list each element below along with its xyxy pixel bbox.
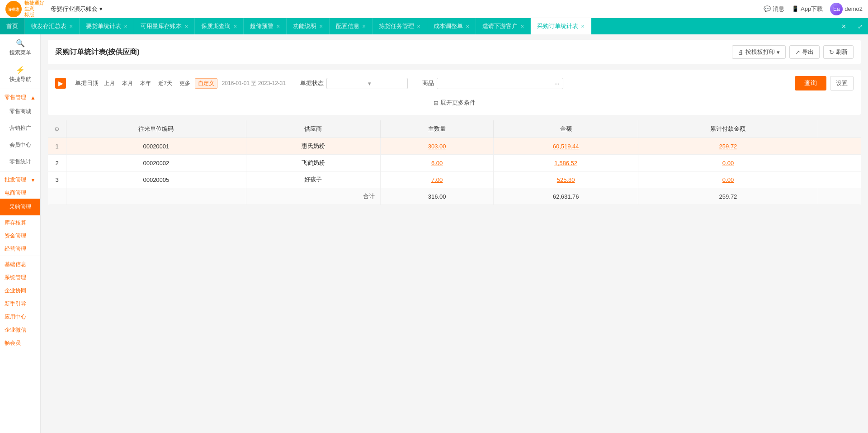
logo-text: 畅捷通好生意 标版 [24, 0, 46, 18]
sidebar-section-enterprise-wechat[interactable]: 企业微信 [0, 323, 40, 336]
cell-index: 2 [48, 155, 66, 171]
goods-input[interactable]: ··· [437, 78, 563, 89]
sidebar-section-app-center[interactable]: 应用中心 [0, 309, 40, 323]
quantity-link[interactable]: 7.00 [431, 176, 443, 183]
sidebar-section-finance[interactable]: 资金管理 [0, 228, 40, 242]
tab-cost-adjust[interactable]: 成本调整单 ✕ [427, 18, 476, 34]
cell-amount: 60,519.44 [494, 138, 638, 155]
main-content: 采购订单统计表(按供应商) 🖨 按模板打印 ▾ ↗ 导出 ↻ 刷新 [41, 34, 868, 433]
sidebar-section-ops[interactable]: 经营管理 [0, 242, 40, 255]
page-container: 采购订单统计表(按供应商) 🖨 按模板打印 ▾ ↗ 导出 ↻ 刷新 [41, 34, 868, 210]
cell-quantity: 7.00 [381, 171, 494, 188]
close-window-btn[interactable]: ✕ [835, 18, 852, 34]
tab-available-stock[interactable]: 可用量库存账本 ✕ [134, 18, 195, 34]
shortcut-more[interactable]: 更多 [177, 79, 193, 88]
close-icon[interactable]: ✕ [417, 24, 420, 29]
tab-collect-pay[interactable]: 收发存汇总表 ✕ [25, 18, 80, 34]
tab-purchase-stat[interactable]: 采购订单统计表 ✕ [531, 18, 591, 34]
close-icon[interactable]: ✕ [362, 24, 366, 29]
sidebar-item-quick-nav[interactable]: ⚡ 快捷导航 [0, 61, 40, 88]
app-download-btn[interactable]: 📱 App下载 [792, 5, 823, 13]
quantity-link[interactable]: 303.00 [428, 143, 446, 150]
amount-link[interactable]: 1,586.52 [554, 160, 577, 167]
sidebar-section-newbie[interactable]: 新手引导 [0, 296, 40, 309]
tab-expiry-query[interactable]: 保质期查询 ✕ [195, 18, 244, 34]
sidebar-item-retail-store[interactable]: 零售商城 [0, 103, 40, 120]
cell-index: 1 [48, 138, 66, 155]
sidebar-section-system[interactable]: 系统管理 [0, 270, 40, 283]
th-settings: ⚙ [48, 120, 66, 138]
tab-overstock[interactable]: 超储预警 ✕ [244, 18, 287, 34]
shortcut-last-month[interactable]: 上月 [101, 79, 118, 88]
filter-date-group: 单据日期 上月 本月 本年 近7天 更多 自定义 2016-01-01 至 [75, 78, 286, 89]
amount-link[interactable]: 525.80 [557, 176, 575, 183]
close-icon[interactable]: ✕ [69, 24, 73, 29]
shortcut-custom[interactable]: 自定义 [195, 78, 217, 89]
expand-more-btn[interactable]: ⊞ 展开更多条件 [430, 97, 479, 109]
cell-extra [818, 171, 861, 188]
cell-paid: 259.72 [638, 138, 818, 155]
close-icon[interactable]: ✕ [520, 24, 524, 29]
sidebar-item-marketing[interactable]: 营销推广 [0, 120, 40, 137]
th-extra [818, 120, 861, 138]
footer-quantity: 316.00 [381, 188, 494, 205]
sidebar-item-purchase[interactable]: 采购管理 [0, 199, 40, 215]
sidebar-item-retail-stat[interactable]: 零售统计 [0, 153, 40, 170]
maximize-btn[interactable]: ⤢ [852, 18, 868, 34]
th-code: 往来单位编码 [66, 120, 246, 138]
refresh-button[interactable]: ↻ 刷新 [823, 45, 854, 59]
tab-pick-task[interactable]: 拣货任务管理 ✕ [373, 18, 427, 34]
nav-right-buttons: ✕ ⤢ [835, 18, 868, 34]
close-icon[interactable]: ✕ [184, 24, 188, 29]
sidebar-section-wholesale[interactable]: 批发管理 ▼ [0, 172, 40, 186]
tab-function-desc[interactable]: 功能说明 ✕ [287, 18, 330, 34]
paid-link[interactable]: 0.00 [722, 160, 734, 167]
settings-icon[interactable]: ⚙ [53, 125, 61, 133]
shortcut-7days[interactable]: 近7天 [156, 79, 175, 88]
page-title: 采购订单统计表(按供应商) [55, 48, 140, 57]
paid-link[interactable]: 259.72 [719, 143, 737, 150]
export-icon: ↗ [795, 49, 800, 56]
filter-area: ▶ 单据日期 上月 本月 本年 近7天 更多 自定义 2016-01-01 [48, 70, 861, 115]
filter-toggle-btn[interactable]: ▶ [55, 78, 66, 89]
status-select[interactable]: ▾ [326, 78, 408, 89]
quantity-link[interactable]: 6.00 [431, 160, 443, 167]
sidebar-section-enterprise[interactable]: 企业协同 [0, 283, 40, 296]
chevron-icon: ▲ [30, 95, 36, 101]
close-icon[interactable]: ✕ [276, 24, 280, 29]
print-button[interactable]: 🖨 按模板打印 ▾ [732, 45, 786, 59]
message-btn[interactable]: 💬 消息 [764, 5, 784, 13]
sidebar-section-retail[interactable]: 零售管理 ▲ [0, 90, 40, 103]
settings-button[interactable]: 设置 [830, 76, 854, 90]
expand-row: ⊞ 展开更多条件 [55, 94, 854, 109]
tab-order-stat[interactable]: 要货单统计表 ✕ [80, 18, 134, 34]
close-icon[interactable]: ✕ [124, 24, 127, 29]
export-button[interactable]: ↗ 导出 [789, 45, 820, 59]
close-icon[interactable]: ✕ [319, 24, 323, 29]
sidebar-section-basic-info[interactable]: 基础信息 [0, 257, 40, 270]
sidebar-section-ecommerce[interactable]: 电商管理 [0, 186, 40, 199]
tab-invite-downstream[interactable]: 邀请下游客户 ✕ [476, 18, 531, 34]
sidebar-section-inventory[interactable]: 库存核算 [0, 215, 40, 228]
shortcut-this-month[interactable]: 本月 [119, 79, 136, 88]
user-avatar[interactable]: Ea demo2 [830, 3, 863, 15]
paid-link[interactable]: 0.00 [722, 176, 734, 183]
amount-link[interactable]: 60,519.44 [553, 143, 579, 150]
goods-search-input[interactable] [441, 80, 552, 87]
sidebar-item-member-center[interactable]: 会员中心 [0, 137, 40, 153]
close-icon[interactable]: ✕ [233, 24, 237, 29]
close-icon[interactable]: ✕ [466, 24, 469, 29]
tab-config-info[interactable]: 配置信息 ✕ [330, 18, 373, 34]
sidebar-section-vip[interactable]: 畅会员 [0, 336, 40, 349]
top-bar: 好生意 畅捷通好生意 标版 母婴行业演示账套 ▾ 💬 消息 📱 App下载 Ea… [0, 0, 868, 18]
sidebar-divider [0, 89, 40, 89]
message-icon: 💬 [764, 5, 771, 12]
shortcut-this-year[interactable]: 本年 [137, 79, 154, 88]
close-icon[interactable]: ✕ [581, 24, 585, 29]
goods-label: 商品 [422, 79, 434, 87]
tab-home[interactable]: 首页 [0, 18, 25, 34]
sidebar-item-search[interactable]: 🔍 搜索菜单 [0, 34, 40, 61]
footer-paid: 259.72 [638, 188, 818, 205]
query-button[interactable]: 查询 [795, 76, 826, 90]
org-selector[interactable]: 母婴行业演示账套 ▾ [51, 5, 103, 13]
